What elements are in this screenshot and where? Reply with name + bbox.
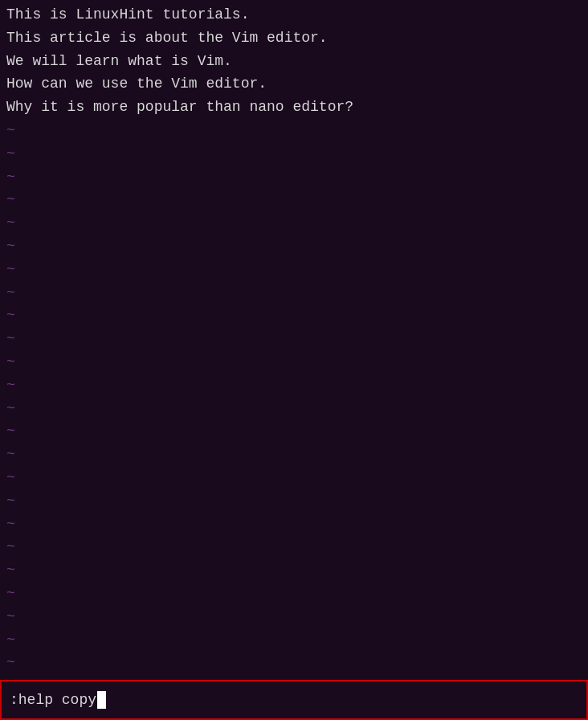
content-line-4: How can we use the Vim editor. bbox=[6, 72, 582, 96]
tilde-line: ~ bbox=[6, 281, 582, 305]
content-line-3: We will learn what is Vim. bbox=[6, 50, 582, 73]
tilde-line: ~ bbox=[6, 628, 582, 652]
content-line-2: This article is about the Vim editor. bbox=[6, 27, 582, 50]
tilde-line: ~ bbox=[6, 119, 582, 142]
tilde-line: ~ bbox=[6, 582, 582, 605]
tilde-line: ~ bbox=[6, 443, 582, 466]
command-input[interactable]: :help copy bbox=[10, 691, 106, 709]
tilde-line: ~ bbox=[6, 258, 582, 281]
tilde-line: ~ bbox=[6, 513, 582, 536]
tilde-line: ~ bbox=[6, 235, 582, 258]
tilde-line: ~ bbox=[6, 558, 582, 582]
tilde-line: ~ bbox=[6, 350, 582, 374]
status-bar[interactable]: :help copy bbox=[0, 680, 588, 720]
tilde-line: ~ bbox=[6, 419, 582, 443]
tilde-line: ~ bbox=[6, 327, 582, 350]
tilde-line: ~ bbox=[6, 166, 582, 189]
tilde-line: ~ bbox=[6, 374, 582, 397]
command-value: :help copy bbox=[10, 692, 96, 708]
tilde-line: ~ bbox=[6, 605, 582, 628]
tilde-line: ~ bbox=[6, 397, 582, 420]
cursor bbox=[97, 691, 106, 709]
tilde-line: ~ bbox=[6, 651, 582, 674]
content-line-1: This is LinuxHint tutorials. bbox=[6, 3, 582, 27]
editor-body[interactable]: This is LinuxHint tutorials. This articl… bbox=[0, 0, 588, 680]
content-line-5: Why it is more popular than nano editor? bbox=[6, 96, 582, 119]
tilde-line: ~ bbox=[6, 466, 582, 489]
vim-editor: This is LinuxHint tutorials. This articl… bbox=[0, 0, 588, 720]
tilde-line: ~ bbox=[6, 211, 582, 235]
tilde-line: ~ bbox=[6, 535, 582, 558]
tilde-line: ~ bbox=[6, 674, 582, 680]
tilde-line: ~ bbox=[6, 142, 582, 166]
tilde-line: ~ bbox=[6, 489, 582, 513]
tilde-line: ~ bbox=[6, 304, 582, 327]
tilde-line: ~ bbox=[6, 188, 582, 211]
